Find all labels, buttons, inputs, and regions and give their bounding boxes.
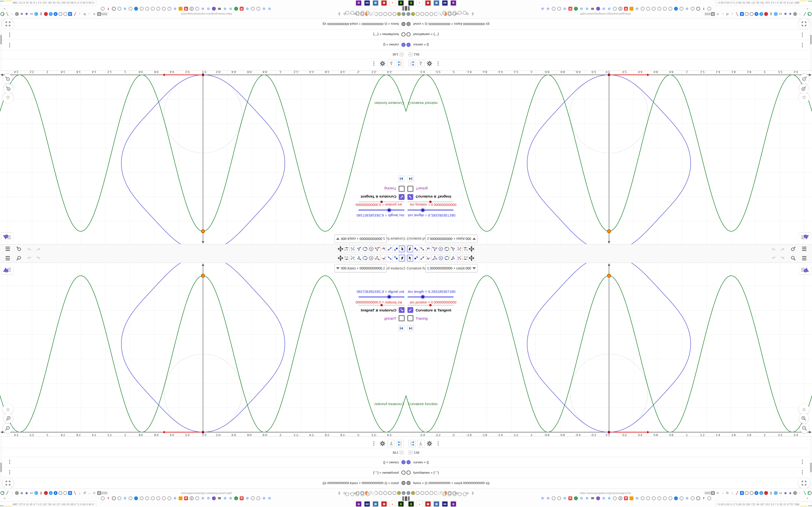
algebra-tree-icon[interactable] xyxy=(396,440,404,447)
arc-position-slider-handle[interactable] xyxy=(429,304,432,306)
info-favicon[interactable]: i xyxy=(618,496,622,500)
globe-icon[interactable] xyxy=(420,491,424,495)
site-favicon[interactable] xyxy=(652,496,656,500)
search-icon[interactable] xyxy=(790,246,796,252)
search-icon[interactable] xyxy=(16,246,22,252)
row-kebab-icon[interactable] xyxy=(9,460,10,464)
site-favicon[interactable] xyxy=(145,496,149,500)
visibility-toggle[interactable] xyxy=(406,22,411,26)
shield2-icon[interactable]: ◆ xyxy=(20,491,24,495)
folder-icon[interactable]: ▭ xyxy=(455,491,459,495)
terminal-app[interactable]: ▮ xyxy=(398,501,404,507)
download-favicon[interactable]: ↓ xyxy=(234,7,238,11)
google-favicon[interactable]: G xyxy=(123,7,127,11)
forward-icon[interactable]: → xyxy=(88,12,91,16)
headset-icon[interactable] xyxy=(379,12,383,16)
status-dot[interactable] xyxy=(366,492,369,496)
flower-favicon[interactable] xyxy=(596,496,600,500)
ud-shield-icon[interactable]: ◆ xyxy=(24,491,29,495)
menu-icon[interactable] xyxy=(5,246,11,252)
algebra-panel-toggle-button[interactable] xyxy=(1,233,13,241)
gear-favicon[interactable] xyxy=(696,7,700,11)
globe-icon[interactable] xyxy=(393,491,396,495)
add-circle-icon[interactable]: + xyxy=(755,12,758,16)
chevron-up-icon[interactable]: ^ xyxy=(807,497,808,501)
google-favicon[interactable]: G xyxy=(201,7,205,11)
page-zoom-badge[interactable]: 81% xyxy=(704,12,712,16)
site-favicon[interactable] xyxy=(129,7,133,11)
row-kebab-icon[interactable] xyxy=(802,460,803,464)
gear-wheel-icon[interactable] xyxy=(750,12,754,16)
algebra-tree-icon[interactable] xyxy=(408,60,416,67)
add-circle-icon[interactable]: + xyxy=(54,491,57,495)
tool-intersect-two-lines[interactable] xyxy=(425,255,432,262)
record-icon[interactable] xyxy=(44,12,48,16)
lock-icon[interactable]: ▯ xyxy=(471,491,475,495)
tool-move[interactable] xyxy=(399,255,405,262)
gear-wheel-icon[interactable] xyxy=(750,491,754,495)
status-dot[interactable] xyxy=(361,11,364,15)
site-favicon[interactable] xyxy=(557,7,561,11)
site-favicon[interactable] xyxy=(162,7,166,11)
algebra-row-funcs[interactable]: funcs = {1.000000000000 + cos(4.00000000… xyxy=(406,478,812,488)
google-favicon[interactable]: G xyxy=(602,7,606,11)
site-favicon[interactable] xyxy=(167,496,171,500)
site-favicon[interactable] xyxy=(151,496,155,500)
google-favicon[interactable]: G xyxy=(635,496,639,500)
function-input[interactable]: 1.000000000000 + cos(4.000000000000 x) xyxy=(425,264,477,272)
list-header-row[interactable]: – List xyxy=(406,50,812,59)
download-icon[interactable]: ↓ xyxy=(730,491,734,495)
function-fx-icon[interactable]: fx xyxy=(417,60,424,67)
visibility-toggle[interactable] xyxy=(401,460,406,464)
undo-icon[interactable]: ↶ xyxy=(35,255,41,261)
globe-color-icon[interactable] xyxy=(774,491,778,495)
star-icon[interactable]: ☆ xyxy=(716,12,720,16)
reload-icon[interactable]: ↻ xyxy=(83,12,87,16)
collapse-icon[interactable]: – xyxy=(400,52,404,56)
google-favicon[interactable]: G xyxy=(685,496,689,500)
tracing-checkbox[interactable] xyxy=(399,315,405,321)
site-favicon[interactable] xyxy=(552,7,556,11)
folder-icon[interactable]: ▭ xyxy=(353,12,357,16)
google-favicon[interactable]: G xyxy=(579,496,583,500)
algebra-row-funcnames[interactable]: funcNames = {" "} xyxy=(0,468,406,478)
zoom-in-button[interactable] xyxy=(799,413,809,423)
redo-icon[interactable]: ↷ xyxy=(779,255,785,261)
google-favicon[interactable]: G xyxy=(229,7,233,11)
wrench2-icon[interactable]: ╲ xyxy=(803,491,807,495)
floppy64-app[interactable]: 64 xyxy=(442,501,448,507)
trash-icon[interactable]: ▯ xyxy=(39,12,43,16)
panel-scrollbar[interactable] xyxy=(0,18,2,70)
redo-icon[interactable]: ↷ xyxy=(27,246,33,252)
tool-reflect-about-line[interactable] xyxy=(456,245,462,252)
globe-color-icon[interactable] xyxy=(774,12,778,16)
zoom-out-button[interactable] xyxy=(800,424,809,433)
chevron-up-icon[interactable]: ^ xyxy=(807,6,808,10)
google-favicon[interactable]: G xyxy=(267,7,271,11)
site-favicon[interactable] xyxy=(668,496,672,500)
folder-icon[interactable]: ▭ xyxy=(455,12,459,16)
curvature-tangent-checkbox[interactable]: ✓ xyxy=(407,194,413,200)
algebra-tree-icon[interactable] xyxy=(396,60,404,67)
visibility-toggle[interactable] xyxy=(406,43,411,47)
floppy64-app[interactable]: 64 xyxy=(364,501,370,507)
tool-move[interactable] xyxy=(407,255,413,262)
download-icon[interactable]: ↓ xyxy=(78,491,82,495)
site-favicon[interactable] xyxy=(641,7,645,11)
status-dot[interactable] xyxy=(448,492,451,496)
add-circle-icon[interactable]: + xyxy=(54,12,57,16)
red-settings-app[interactable]: ◉ xyxy=(380,0,388,6)
tool-point[interactable]: A xyxy=(393,245,399,252)
status-dot[interactable] xyxy=(448,11,451,15)
list-header-row[interactable]: – List xyxy=(406,448,812,457)
dropdown-caret-icon[interactable] xyxy=(336,267,340,270)
system-monitor-widget[interactable]: ^^ 0.06 0.00 0.17 0.89 20 263 721 34 187… xyxy=(715,0,812,5)
fullscreen-button[interactable] xyxy=(2,18,13,30)
oval-icon[interactable] xyxy=(63,12,67,16)
site-favicon[interactable] xyxy=(251,7,255,11)
monitor-app[interactable]: ▣ xyxy=(372,501,379,507)
wikipedia-favicon[interactable]: W xyxy=(591,496,595,500)
search-icon[interactable] xyxy=(790,255,796,261)
tool-conic-five-points[interactable] xyxy=(362,255,368,262)
google-favicon[interactable]: G xyxy=(546,7,550,11)
